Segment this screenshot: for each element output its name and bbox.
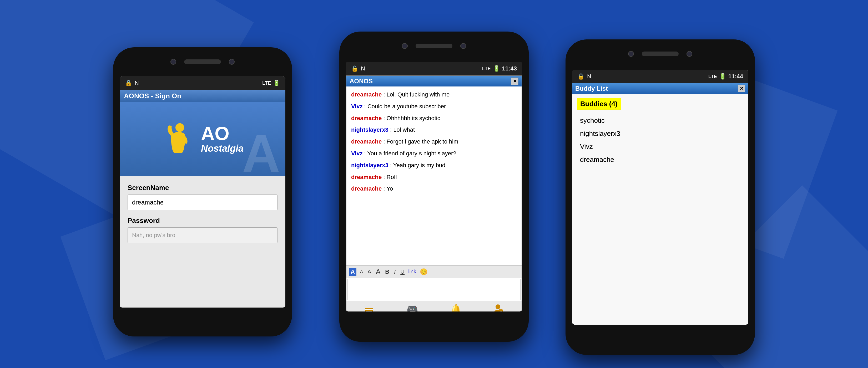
lock-icon-right: 🔒: [577, 73, 585, 80]
chat-msg-3: dreamache : Ohhhhhh its sychotic: [351, 114, 517, 123]
battery-icon: 🔋: [273, 80, 280, 87]
aim-nostalgia-text: Nostalgia: [201, 143, 244, 154]
buddy-vivz[interactable]: Vivz: [577, 140, 744, 153]
lock-icon: 🔒: [125, 80, 132, 87]
buddy-list-area: Buddies (4) sychotic nightslayerx3 Vivz …: [572, 94, 748, 325]
msg-text-7: : Yeah gary is my bud: [390, 162, 445, 168]
chat-message-area: dreamache : Lol. Quit fucking with me Vi…: [346, 87, 522, 265]
msg-author-5: dreamache: [351, 138, 382, 145]
nav-chat-button[interactable]: +: [364, 306, 374, 311]
phone-right-screen: 🔒 N LTE 🔋 11:44 Buddy List ✕ Buddies (4): [572, 70, 748, 325]
chat-msg-2: Vivz : Could be a youtube subscriber: [351, 102, 517, 111]
phone-center: 🔒 N LTE 🔋 11:43 AONOS ✕ dream: [339, 32, 529, 342]
chat-nav-icon: +: [364, 306, 374, 311]
n-icon-center: N: [361, 65, 365, 72]
msg-text-4: : Lol what: [390, 127, 415, 133]
phone-right: 🔒 N LTE 🔋 11:44 Buddy List ✕ Buddies (4): [565, 39, 755, 355]
phones-container: 🔒 N LTE 🔋 AONOS - Sign On: [92, 26, 776, 342]
status-bar-left: 🔒 N LTE 🔋: [120, 76, 285, 90]
chat-bottom-bar: + 🎮 Games 🔔 Talk: [346, 301, 522, 311]
emoji-button[interactable]: 😊: [419, 268, 429, 276]
chat-msg-8: dreamache : Rofl: [351, 173, 517, 181]
phone-left-top: [113, 47, 292, 76]
underline-button[interactable]: U: [399, 268, 406, 276]
svg-text:→: →: [500, 310, 502, 312]
phone-left-screen: 🔒 N LTE 🔋 AONOS - Sign On: [120, 76, 285, 307]
nav-talk-button[interactable]: 🔔 Talk: [450, 304, 462, 311]
phone-right-camera2: [686, 51, 692, 57]
phone-center-screen: 🔒 N LTE 🔋 11:43 AONOS ✕ dream: [346, 62, 522, 311]
status-bar-center: 🔒 N LTE 🔋 11:43: [346, 62, 522, 75]
signon-screen: AONOS - Sign On: [120, 90, 285, 307]
font-small-button[interactable]: A: [359, 269, 364, 275]
msg-author-4: nightslayerx3: [351, 127, 389, 133]
lte-icon-center: LTE: [482, 66, 491, 71]
chat-titlebar: AONOS ✕: [346, 76, 522, 87]
msg-author-7: nightslayerx3: [351, 162, 389, 168]
phone-center-camera: [402, 43, 408, 49]
svg-point-7: [496, 304, 500, 309]
buddy-close-button[interactable]: ✕: [738, 85, 745, 92]
phone-left-camera: [170, 59, 176, 65]
buddy-window: Buddy List ✕ Buddies (4) sychotic nights…: [572, 83, 748, 325]
password-label: Password: [128, 216, 278, 225]
phone-center-camera2: [460, 43, 466, 49]
msg-text-6: : You a friend of gary s night slayer?: [364, 150, 456, 157]
signon-logo-area: AO Nostalgia A: [120, 102, 285, 176]
msg-author-3: dreamache: [351, 115, 382, 122]
msg-text-5: : Forgot i gave the apk to him: [383, 138, 458, 145]
chat-toolbar: A A A A B I U link 😊: [346, 265, 522, 278]
status-bar-center-left: 🔒 N: [351, 65, 365, 72]
msg-author-1: dreamache: [351, 91, 382, 98]
chat-msg-9: dreamache : Yo: [351, 185, 517, 193]
chat-window: AONOS ✕ dreamache : Lol. Quit fucking wi…: [346, 75, 522, 311]
screenname-label: ScreenName: [128, 184, 278, 192]
n-icon: N: [135, 80, 139, 87]
big-a-watermark: A: [242, 123, 280, 184]
phone-right-top: [565, 39, 755, 68]
font-color-button[interactable]: A: [349, 268, 356, 276]
bold-button[interactable]: B: [384, 268, 390, 276]
battery-icon-center: 🔋: [493, 65, 500, 72]
lock-icon-center: 🔒: [351, 65, 358, 72]
chat-msg-4: nightslayerx3 : Lol what: [351, 126, 517, 134]
nav-send-button[interactable]: → Send: [491, 303, 504, 312]
signon-title: AONOS - Sign On: [124, 92, 181, 100]
chat-window-title: AONOS: [349, 77, 373, 85]
msg-text-2: : Could be a youtube subscriber: [364, 103, 446, 110]
buddy-window-title: Buddy List: [575, 85, 608, 92]
buddy-sychotic[interactable]: sychotic: [577, 114, 744, 127]
buddy-nightslayerx3[interactable]: nightslayerx3: [577, 127, 744, 140]
status-bar-right-left: 🔒 N: [577, 73, 591, 80]
nav-games-button[interactable]: 🎮 Games: [404, 304, 421, 311]
n-icon-right: N: [587, 73, 591, 80]
msg-author-2: Vivz: [351, 103, 363, 110]
time-right: 11:44: [728, 73, 743, 80]
battery-icon-right: 🔋: [719, 73, 726, 80]
games-nav-icon: 🎮: [406, 304, 418, 311]
msg-text-1: : Lol. Quit fucking with me: [383, 91, 450, 98]
chat-input-area[interactable]: [347, 279, 521, 300]
phone-left-speaker: [184, 59, 221, 64]
password-placeholder[interactable]: Nah, no pw's bro: [128, 227, 278, 243]
phone-left-camera2: [229, 59, 235, 65]
chat-close-button[interactable]: ✕: [511, 77, 519, 85]
italic-button[interactable]: I: [393, 268, 397, 276]
buddy-dreamache[interactable]: dreamache: [577, 153, 744, 166]
font-medium-button[interactable]: A: [367, 268, 372, 275]
aim-logo-text: AO Nostalgia: [201, 124, 244, 154]
buddy-titlebar: Buddy List ✕: [572, 83, 748, 94]
screenname-input[interactable]: [128, 195, 278, 210]
msg-author-8: dreamache: [351, 174, 382, 180]
status-bar-left-right: LTE 🔋: [262, 80, 280, 87]
msg-text-8: : Rofl: [383, 174, 397, 180]
phone-center-top: [339, 32, 529, 61]
status-bar-left-icons: 🔒 N: [125, 80, 139, 87]
aim-man-icon: [161, 122, 193, 156]
signon-titlebar: AONOS - Sign On: [120, 90, 285, 102]
phone-right-camera: [628, 51, 634, 57]
font-large-button[interactable]: A: [375, 267, 381, 276]
msg-text-9: : Yo: [383, 185, 393, 192]
link-button[interactable]: link: [408, 269, 416, 275]
talk-nav-icon: 🔔: [450, 304, 462, 311]
